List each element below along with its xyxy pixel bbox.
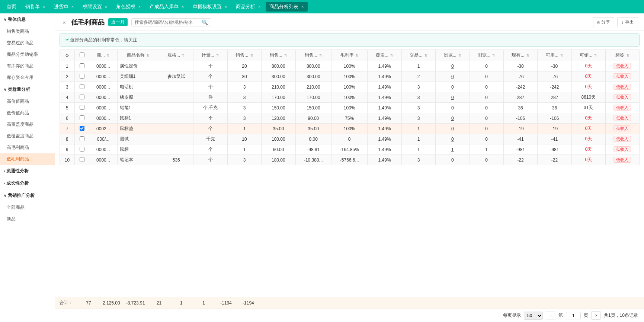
cell-check[interactable] [74, 82, 89, 92]
cell-check[interactable] [74, 134, 89, 144]
col-spec[interactable]: 规格... ⇅ [159, 50, 193, 61]
browse-link[interactable]: 0 [451, 95, 454, 100]
cell-check[interactable] [74, 155, 89, 165]
cell-browse1[interactable]: 0 [436, 113, 470, 124]
sidebar-item-low-margin[interactable]: 低毛利商品 [0, 153, 55, 165]
sidebar-item-low-coverage[interactable]: 低覆盖度商品 [0, 130, 55, 142]
table-row[interactable]: 8000/...测试千克10100.000.0001.49%100-41-410… [60, 134, 640, 144]
cell-check[interactable] [74, 144, 89, 155]
close-icon[interactable]: × [43, 4, 45, 9]
browse-link[interactable]: 0 [451, 157, 454, 163]
browse-link[interactable]: 1 [451, 147, 454, 152]
cell-check[interactable] [74, 103, 89, 113]
sidebar-item-high-coverage[interactable]: 高覆盖度商品 [0, 119, 55, 130]
row-checkbox[interactable] [80, 157, 84, 162]
cell-browse1[interactable]: 0 [436, 124, 470, 134]
search-icon[interactable]: 🔍 [202, 19, 208, 25]
search-input[interactable] [135, 20, 202, 25]
table-row[interactable]: 50000...铅笔1个,千克3150.00150.00100%1.49%300… [60, 103, 640, 113]
col-settings[interactable]: ⚙ [60, 50, 75, 61]
table-row[interactable]: 90000...鼠标个160.00-98.91-164.85%1.49%111-… [60, 144, 640, 155]
cell-check[interactable] [74, 113, 89, 124]
sidebar-group-marketing[interactable]: ∨ 营销推广分析 [0, 189, 55, 202]
col-coverage[interactable]: 覆盖... ⇅ [368, 50, 401, 61]
cell-browse1[interactable]: 0 [436, 82, 470, 92]
cell-browse1[interactable]: 0 [436, 155, 470, 165]
cell-browse1[interactable]: 1 [436, 144, 470, 155]
export-button[interactable]: ↓ 导出 [617, 17, 638, 27]
sidebar-item-sales-products[interactable]: 销售类商品 [0, 26, 55, 37]
select-all-checkbox[interactable] [80, 52, 84, 57]
col-sales-price[interactable]: 销售... ⇅ [262, 50, 295, 61]
sidebar-item-high-margin[interactable]: 高毛利商品 [0, 142, 55, 153]
nav-analysis-list[interactable]: 商品分析列表 × [266, 2, 307, 12]
col-name[interactable]: 商品名称 ⇅ [117, 50, 159, 61]
row-checkbox[interactable] [80, 147, 84, 152]
browse-link[interactable]: 0 [451, 85, 454, 90]
row-checkbox[interactable] [80, 136, 84, 141]
close-icon[interactable]: × [301, 4, 304, 9]
col-saleable[interactable]: 可销... ⇅ [571, 50, 605, 61]
table-row[interactable]: 10000...属性定价个20800.00800.00100%1.49%100-… [60, 61, 640, 71]
table-row[interactable]: 100000...笔记本535个3180.00-10,380...-5766.6… [60, 155, 640, 165]
close-icon[interactable]: × [105, 4, 107, 9]
page-number-input[interactable] [566, 312, 581, 319]
row-checkbox[interactable] [80, 115, 84, 120]
nav-purchase[interactable]: 进货单 × [50, 2, 77, 12]
col-tag[interactable]: 标签 ⇅ [605, 50, 639, 61]
col-sales-amount[interactable]: 销售... ⇅ [295, 50, 331, 61]
col-transaction[interactable]: 交易... ⇅ [401, 50, 435, 61]
date-filter-badge[interactable]: 近一月 [108, 18, 128, 26]
row-checkbox[interactable] [80, 84, 84, 89]
nav-templates[interactable]: 单据模板设置 × [189, 2, 231, 12]
col-browse1[interactable]: 浏览... ⇅ [436, 50, 470, 61]
table-row[interactable]: 40000...橡皮擦件3170.00170.00100%1.49%300287… [60, 92, 640, 103]
nav-permissions[interactable]: 权限设置 × [79, 2, 111, 12]
sidebar-item-capital[interactable]: 库存资金占用 [0, 72, 55, 83]
sidebar-item-category-rate[interactable]: 商品分类助销率 [0, 49, 55, 60]
cell-check[interactable] [74, 124, 89, 134]
sidebar-item-stock[interactable]: 有库存的商品 [0, 60, 55, 72]
col-current-stock[interactable]: 现有... ⇅ [503, 50, 537, 61]
row-checkbox[interactable] [80, 74, 84, 79]
col-code[interactable]: 商... ⇅ [89, 50, 117, 61]
sidebar-item-high-value[interactable]: 高价值商品 [0, 96, 55, 107]
col-check[interactable] [74, 50, 89, 61]
table-row[interactable]: 70002...鼠标垫个135.0035.00100%1.49%100-19-1… [60, 124, 640, 134]
row-checkbox[interactable] [80, 105, 84, 110]
next-page-button[interactable]: ＞ [591, 311, 601, 320]
table-row[interactable]: 60000...鼠标1个3120.0090.0075%1.49%300-106-… [60, 113, 640, 124]
nav-sales[interactable]: 销售单 × [22, 2, 49, 12]
sidebar-group-circulation[interactable]: › 流通性分析 [0, 165, 55, 177]
close-icon[interactable]: × [71, 4, 74, 9]
browse-link[interactable]: 0 [451, 74, 454, 79]
cell-check[interactable] [74, 61, 89, 71]
sidebar-item-all-products[interactable]: 全部商品 [0, 202, 55, 213]
sidebar-item-low-value[interactable]: 低价值商品 [0, 107, 55, 119]
cell-browse1[interactable]: 0 [436, 71, 470, 82]
browse-link[interactable]: 0 [451, 105, 454, 111]
sidebar-item-traded[interactable]: 交易过的商品 [0, 37, 55, 49]
col-gross-margin[interactable]: 毛利率 ⇅ [331, 50, 367, 61]
cell-check[interactable] [74, 92, 89, 103]
browse-link[interactable]: 0 [451, 137, 454, 142]
browse-link[interactable]: 0 [451, 64, 454, 69]
close-icon[interactable]: × [182, 4, 184, 9]
cell-browse1[interactable]: 0 [436, 103, 470, 113]
cell-browse1[interactable]: 0 [436, 92, 470, 103]
table-row[interactable]: 30000...电话机个3210.00210.00100%1.49%300-24… [60, 82, 640, 92]
close-icon[interactable]: × [258, 4, 260, 9]
sidebar-group-growth[interactable]: › 成长性分析 [0, 177, 55, 189]
close-icon[interactable]: × [138, 4, 141, 9]
browse-link[interactable]: 0 [451, 126, 454, 131]
row-checkbox[interactable] [80, 126, 84, 131]
browse-link[interactable]: 0 [451, 116, 454, 121]
table-container[interactable]: ⚙ 商... ⇅ 商品名称 ⇅ 规格... ⇅ 计量... ⇅ 销售... ⇅ … [55, 50, 644, 297]
sidebar-group-cluster[interactable]: ∨ 类群量分析 [0, 83, 55, 96]
row-checkbox[interactable] [80, 95, 84, 99]
cell-browse1[interactable]: 0 [436, 134, 470, 144]
col-unit[interactable]: 计量... ⇅ [193, 50, 227, 61]
share-button[interactable]: ⎋ 分享 [593, 17, 614, 27]
nav-analysis[interactable]: 商品分析 × [232, 2, 264, 12]
col-browse2[interactable]: 浏览... ⇅ [470, 50, 503, 61]
